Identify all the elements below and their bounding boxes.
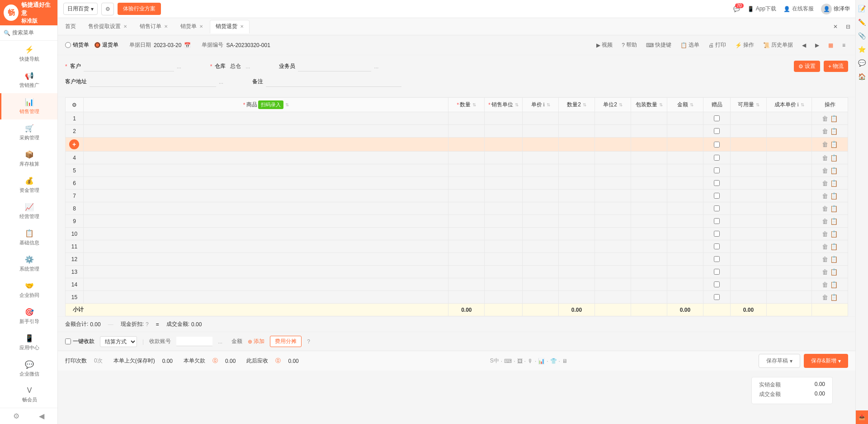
unit2-sort-icon[interactable]: ⇅ [619, 102, 623, 107]
right-panel-note-icon[interactable]: 📝 [857, 4, 867, 14]
copy-row-8[interactable]: 📋 [830, 205, 838, 212]
delete-row-10[interactable]: 🗑 [822, 230, 828, 238]
add-payment-btn[interactable]: ⊕ 添加 [248, 338, 264, 345]
fee-split-btn[interactable]: 费用分摊 [270, 336, 302, 347]
gift-checkbox-5[interactable] [714, 167, 720, 173]
save-new-button[interactable]: 保存&新增 ▾ [804, 354, 848, 368]
address-select-icon[interactable]: ... [219, 79, 223, 85]
discount-help-icon[interactable]: ? [146, 321, 149, 328]
copy-row-5[interactable]: 📋 [830, 167, 838, 174]
delete-row-14[interactable]: 🗑 [822, 281, 828, 288]
trial-button[interactable]: 体验行业方案 [118, 3, 161, 15]
operate-btn[interactable]: ⚡ 操作 [732, 40, 757, 50]
copy-row-13[interactable]: 📋 [830, 268, 838, 276]
save-draft-button[interactable]: 保存草稿 ▾ [759, 354, 800, 368]
tab-close-button[interactable]: ✕ [830, 21, 841, 32]
sidebar-item-shortcuts[interactable]: ⚡ 快捷导航 [0, 41, 57, 67]
gift-checkbox-2[interactable] [714, 128, 720, 134]
tab-close-sale-delivery[interactable]: ✕ [199, 24, 203, 29]
available-sort-icon[interactable]: ⇅ [756, 102, 760, 107]
gift-checkbox-15[interactable] [714, 294, 720, 300]
sidebar-item-finance[interactable]: 💰 资金管理 [0, 172, 57, 198]
cost-sort-icon[interactable]: ⇅ [801, 102, 804, 107]
sidebar-item-sales[interactable]: 📊 销售管理 [0, 93, 57, 119]
payment-help-icon[interactable]: ? [307, 338, 310, 345]
help-btn[interactable]: ? 帮助 [619, 40, 640, 50]
sidebar-item-member[interactable]: V 畅会员 [0, 382, 57, 408]
settings-bottom-icon[interactable]: ⚙ [13, 412, 19, 420]
shortcut-btn[interactable]: ⌨ 快捷键 [643, 40, 674, 50]
gift-checkbox-6[interactable] [714, 180, 720, 186]
sidebar-item-system[interactable]: ⚙️ 系统管理 [0, 251, 57, 277]
salesperson-select-icon[interactable]: ... [374, 63, 378, 70]
gift-checkbox-8[interactable] [714, 205, 720, 211]
copy-row-14[interactable]: 📋 [830, 281, 838, 288]
video-btn[interactable]: ▶ 视频 [594, 40, 615, 50]
tab-sale-delivery[interactable]: 销货单 ✕ [175, 20, 209, 33]
delete-row-8[interactable]: 🗑 [822, 205, 828, 212]
pack-sort-icon[interactable]: ⇅ [659, 102, 663, 107]
collapse-icon[interactable]: ◀ [39, 412, 44, 420]
online-service-link[interactable]: 👤 在线客服 [783, 5, 814, 13]
settings-btn-right[interactable]: ⚙ 设置 [794, 61, 820, 72]
app-download-link[interactable]: 📱 App下载 [747, 5, 776, 13]
history-btn[interactable]: 📜 历史单据 [760, 40, 796, 50]
gift-checkbox-13[interactable] [714, 269, 720, 275]
right-panel-orange-btn[interactable]: 📤 [856, 410, 868, 424]
product-input-1[interactable] [87, 115, 444, 122]
copy-row-15[interactable]: 📋 [830, 294, 838, 301]
prev-record-btn[interactable]: ◀ [799, 40, 809, 50]
gift-checkbox-11[interactable] [714, 243, 720, 249]
price-sort-icon[interactable]: ⇅ [547, 102, 550, 107]
warehouse-select-icon[interactable]: ... [245, 63, 250, 70]
sidebar-item-purchase[interactable]: 🛒 采购管理 [0, 119, 57, 146]
copy-row-4[interactable]: 📋 [830, 154, 838, 162]
tab-sale-price[interactable]: 售价提取设置 ✕ [82, 20, 133, 33]
copy-row-6[interactable]: 📋 [830, 180, 838, 187]
copy-row-12[interactable]: 📋 [830, 256, 838, 263]
gift-checkbox-7[interactable] [714, 193, 720, 199]
sidebar-item-enterprise[interactable]: 🤝 企业协同 [0, 277, 57, 303]
delete-row-5[interactable]: 🗑 [822, 167, 828, 174]
calendar-icon[interactable]: 📅 [184, 42, 191, 48]
gift-checkbox-12[interactable] [714, 256, 720, 262]
message-icon-wrapper[interactable]: 💬 70 [733, 6, 740, 12]
gift-checkbox-10[interactable] [714, 231, 720, 237]
select-btn[interactable]: 📋 选单 [678, 40, 702, 50]
gift-checkbox-9[interactable] [714, 218, 720, 224]
sidebar-item-operations[interactable]: 📈 经营管理 [0, 198, 57, 224]
tab-home[interactable]: 首页 [60, 20, 81, 33]
sidebar-item-wechat[interactable]: 💬 企业微信 [0, 356, 57, 382]
product-input-3[interactable] [87, 141, 444, 148]
add-row-button[interactable]: + [69, 139, 79, 149]
copy-row-1[interactable]: 📋 [830, 115, 838, 122]
daily-dropdown[interactable]: 日用百货 ▾ [63, 3, 98, 15]
delete-row-7[interactable]: 🗑 [822, 192, 828, 200]
copy-row-7[interactable]: 📋 [830, 192, 838, 200]
gift-checkbox-4[interactable] [714, 155, 720, 161]
sidebar-item-marketing[interactable]: 📢 营销推广 [0, 67, 57, 93]
delete-row-6[interactable]: 🗑 [822, 180, 828, 187]
address-input[interactable] [90, 76, 216, 87]
tab-sale-return[interactable]: 销货退货 ✕ [210, 20, 250, 33]
copy-row-9[interactable]: 📋 [830, 218, 838, 225]
unit-sort-icon[interactable]: ⇅ [515, 102, 519, 107]
tab-close-sale-order[interactable]: ✕ [164, 24, 168, 29]
delete-row-9[interactable]: 🗑 [822, 218, 828, 225]
tab-close-sale-price[interactable]: ✕ [123, 24, 127, 29]
qty2-sort-icon[interactable]: ⇅ [583, 102, 586, 107]
right-panel-edit-icon[interactable]: ✏️ [857, 17, 867, 27]
right-panel-attach-icon[interactable]: 📎 [857, 31, 867, 41]
right-panel-star-icon[interactable]: ⭐ [857, 44, 867, 54]
amount-sort-icon[interactable]: ⇅ [690, 102, 693, 107]
delete-row-1[interactable]: 🗑 [822, 115, 828, 122]
delete-row-2[interactable]: 🗑 [822, 128, 828, 135]
copy-row-2[interactable]: 📋 [830, 128, 838, 135]
radio-sale[interactable]: 销货单 [65, 41, 89, 49]
grid-view-btn[interactable]: ▦ [826, 40, 836, 50]
price-info-icon[interactable]: ℹ [543, 102, 545, 108]
customer-select-icon[interactable]: ... [177, 63, 181, 70]
tab-sale-order[interactable]: 销售订单 ✕ [134, 20, 174, 33]
copy-row-3[interactable]: 📋 [830, 141, 838, 148]
print-btn[interactable]: 🖨 打印 [706, 40, 729, 50]
